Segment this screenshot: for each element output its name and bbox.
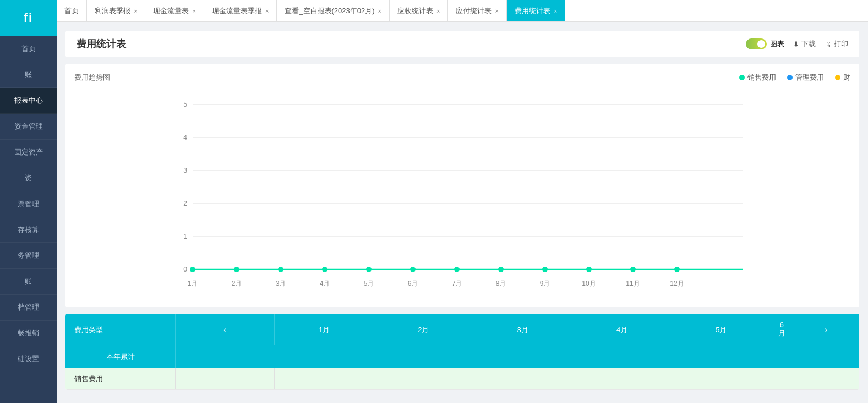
content-area: 费用统计表 图表 ⬇ 下载 🖨 打印 费用趋势图 <box>57 22 868 403</box>
legend-sales-dot <box>739 75 745 80</box>
chart-point-8 <box>498 267 504 272</box>
cell-type-sales: 销售费用 <box>65 368 176 389</box>
chart-legend: 销售费用 管理费用 财 <box>739 73 850 82</box>
sidebar-item-service[interactable]: 务管理 <box>0 243 57 269</box>
col-month6: 6月 <box>771 314 793 345</box>
download-label: 下载 <box>801 39 816 49</box>
col-prev-arrow[interactable]: ‹ <box>176 314 275 345</box>
tab-blank-report[interactable]: 查看_空白报表(2023年02月) × <box>277 0 390 21</box>
tab-cashflow-quarterly-close[interactable]: × <box>265 8 269 14</box>
legend-sales-expense: 销售费用 <box>739 73 776 82</box>
col-yearly-total: 本年累计 <box>65 345 176 368</box>
chart-toggle-label: 图表 <box>770 39 784 49</box>
legend-admin-dot <box>787 75 793 80</box>
col-month2: 2月 <box>374 314 473 345</box>
svg-text:8月: 8月 <box>496 280 506 288</box>
tab-cashflow[interactable]: 现金流量表 × <box>145 0 204 21</box>
tab-cashflow-close[interactable]: × <box>192 8 195 14</box>
chart-point-9 <box>542 267 548 272</box>
tab-bar: 首页 利润表季报 × 现金流量表 × 现金流量表季报 × 查看_空白报表(202… <box>57 0 868 22</box>
tab-receivable[interactable]: 应收统计表 × <box>390 0 448 21</box>
svg-text:7月: 7月 <box>452 280 462 288</box>
sidebar-item-archive[interactable]: 档管理 <box>0 295 57 321</box>
col-next-arrow[interactable]: › <box>793 314 859 345</box>
svg-text:5月: 5月 <box>364 280 374 288</box>
tab-receivable-close[interactable]: × <box>436 8 440 14</box>
sidebar-item-home[interactable]: 首页 <box>0 36 57 62</box>
table-header: 费用类型 ‹ 1月 2月 3月 4月 5月 <box>65 314 859 368</box>
col-month1: 1月 <box>275 314 374 345</box>
chart-point-4 <box>322 267 327 272</box>
chart-card: 费用趋势图 销售费用 管理费用 财 <box>65 64 859 307</box>
sidebar-item-expense[interactable]: 畅报销 <box>0 321 57 346</box>
chart-point-7 <box>454 267 460 272</box>
tab-expense-stats-label: 费用统计表 <box>515 6 550 16</box>
print-icon: 🖨 <box>825 40 832 48</box>
header-actions: 图表 ⬇ 下载 🖨 打印 <box>746 38 848 49</box>
svg-text:9月: 9月 <box>540 280 550 288</box>
chart-point-5 <box>366 267 372 272</box>
cell-m6-sales <box>672 368 771 389</box>
tab-home[interactable]: 首页 <box>57 0 87 21</box>
sidebar-item-assets[interactable]: 固定资产 <box>0 140 57 165</box>
main-content: 首页 利润表季报 × 现金流量表 × 现金流量表季报 × 查看_空白报表(202… <box>57 0 868 403</box>
sidebar-item-settings[interactable]: 础设置 <box>0 346 57 372</box>
svg-text:0: 0 <box>183 266 187 273</box>
svg-text:2: 2 <box>183 200 187 207</box>
sidebar-item-ledger[interactable]: 账 <box>0 269 57 295</box>
download-icon: ⬇ <box>793 40 799 48</box>
tab-cashflow-label: 现金流量表 <box>153 6 189 16</box>
tab-payable[interactable]: 应付统计表 × <box>448 0 506 21</box>
sidebar-item-invoice[interactable]: 票管理 <box>0 191 57 217</box>
chart-point-10 <box>586 267 592 272</box>
download-button[interactable]: ⬇ 下载 <box>793 39 816 49</box>
tab-profit-quarterly[interactable]: 利润表季报 × <box>87 0 145 21</box>
prev-month-button[interactable]: ‹ <box>220 325 230 335</box>
chart-point-6 <box>410 267 416 272</box>
tab-cashflow-quarterly[interactable]: 现金流量表季报 × <box>204 0 277 21</box>
tab-payable-close[interactable]: × <box>495 8 498 14</box>
expense-table: 费用类型 ‹ 1月 2月 3月 4月 5月 <box>65 314 859 390</box>
svg-text:11月: 11月 <box>626 280 640 288</box>
svg-text:10月: 10月 <box>582 280 596 288</box>
page-title: 费用统计表 <box>77 37 126 51</box>
tab-blank-report-label: 查看_空白报表(2023年02月) <box>285 6 374 16</box>
col-month3: 3月 <box>473 314 572 345</box>
legend-sales-label: 销售费用 <box>747 73 776 82</box>
cell-m2-sales <box>275 368 374 389</box>
print-button[interactable]: 🖨 打印 <box>825 39 848 49</box>
next-month-button[interactable]: › <box>821 325 831 335</box>
tab-expense-stats-close[interactable]: × <box>554 8 557 14</box>
legend-admin-expense: 管理费用 <box>787 73 824 82</box>
sidebar-item-capital[interactable]: 资 <box>0 165 57 191</box>
page-header: 费用统计表 图表 ⬇ 下载 🖨 打印 <box>65 31 859 57</box>
cell-total-sales <box>771 368 793 389</box>
chart-point-3 <box>278 267 283 272</box>
tab-expense-stats[interactable]: 费用统计表 × <box>507 0 565 21</box>
tab-receivable-label: 应收统计表 <box>397 6 433 16</box>
tab-blank-report-close[interactable]: × <box>378 8 381 14</box>
col-month4: 4月 <box>572 314 672 345</box>
sidebar-item-report-center[interactable]: 报表中心 <box>0 88 57 114</box>
cell-m5-sales <box>572 368 672 389</box>
sidebar-item-inventory[interactable]: 存核算 <box>0 217 57 243</box>
cell-m1-sales <box>176 368 275 389</box>
sidebar-item-fund[interactable]: 资金管理 <box>0 114 57 140</box>
tab-payable-label: 应付统计表 <box>456 6 492 16</box>
svg-text:1月: 1月 <box>188 280 198 288</box>
sidebar-logo: fi <box>0 0 57 36</box>
chart-point-1 <box>190 267 195 272</box>
col-month5: 5月 <box>672 314 771 345</box>
cell-m3-sales <box>374 368 473 389</box>
sidebar-item-account[interactable]: 账 <box>0 62 57 88</box>
table-row: 销售费用 <box>65 368 859 390</box>
sidebar: fi 首页 账 报表中心 资金管理 固定资产 资 票管理 存核算 务管理 账 档… <box>0 0 57 403</box>
chart-toggle[interactable] <box>746 38 767 49</box>
legend-finance-expense: 财 <box>835 73 850 82</box>
chart-header: 费用趋势图 销售费用 管理费用 财 <box>74 73 850 82</box>
svg-text:4: 4 <box>183 134 187 141</box>
chart-point-12 <box>674 267 680 272</box>
chart-point-2 <box>234 267 239 272</box>
tab-profit-quarterly-close[interactable]: × <box>134 8 137 14</box>
svg-text:6月: 6月 <box>408 280 418 288</box>
